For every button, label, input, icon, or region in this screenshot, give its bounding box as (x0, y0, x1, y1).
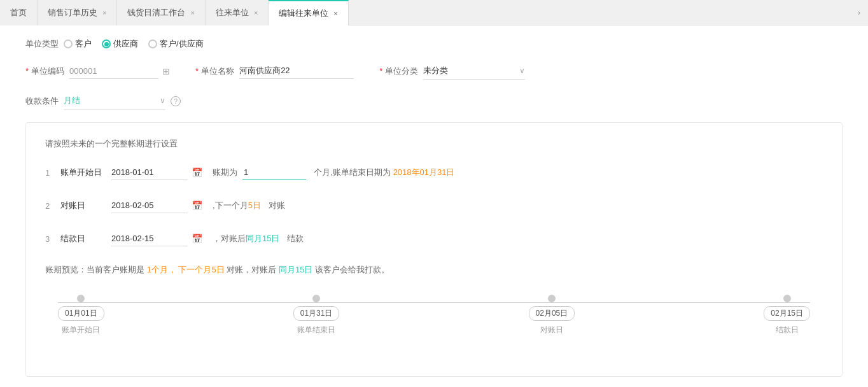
help-icon[interactable]: ? (171, 96, 181, 106)
close-icon[interactable]: × (190, 9, 194, 17)
period-row-1: 1 账单开始日 📅 账期为 个月,账单结束日期为 2018年01月31日 (45, 165, 823, 180)
period-next-month: 5日 (248, 200, 261, 211)
preview-reconcile: 下一个月5日 (178, 265, 224, 274)
radio-circle-supplier (102, 39, 111, 48)
code-label: 单位编码 (31, 66, 64, 77)
timeline-dot-2 (312, 295, 320, 302)
timeline: 01月01日 账单开始日 01月31日 账单结束日 02月05日 对账日 (45, 295, 823, 361)
timeline-dot-1 (77, 295, 85, 302)
payment-label: 收款条件 (25, 95, 59, 107)
period-suffix-1: 账期为 (213, 167, 237, 178)
period-label-1: 账单开始日 (60, 167, 111, 178)
period-date-input-3[interactable] (111, 231, 188, 246)
close-icon[interactable]: × (333, 10, 337, 17)
close-icon[interactable]: × (254, 9, 258, 17)
payment-dropdown[interactable]: 月结 ∨ (64, 92, 165, 109)
radio-supplier[interactable]: 供应商 (102, 38, 138, 50)
unit-type-label: 单位类型 (25, 38, 59, 50)
period-label-2: 对账日 (60, 200, 111, 211)
main-content: 单位类型 客户 供应商 客户/供应商 * 单位编码 ⊞ (0, 25, 868, 387)
calendar-icon-3[interactable]: 📅 (192, 234, 202, 244)
period-date-input-1[interactable] (111, 165, 188, 180)
timeline-badge-3: 02月05日 (529, 306, 575, 321)
close-icon[interactable]: × (102, 9, 106, 17)
timeline-label-4: 结款日 (776, 325, 799, 335)
unit-type-radio-group: 客户 供应商 客户/供应商 (64, 38, 204, 50)
period-end-date: 2018年01月31日 (393, 167, 455, 178)
cat-required: * (379, 66, 382, 76)
preview-section: 账期预览：当前客户账期是 1个月， 下一个月5日 对账，对账后 同月15日 该客… (45, 251, 823, 361)
period-settings-box: 请按照未来的一个完整帐期进行设置 1 账单开始日 📅 账期为 个月,账单结束日期… (25, 122, 843, 377)
radio-circle-customer (64, 39, 73, 48)
tab-arrow[interactable]: › (850, 8, 868, 17)
tab-edit-unit[interactable]: 编辑往来单位 × (269, 0, 348, 25)
tab-home[interactable]: 首页 (0, 0, 38, 25)
cat-label: 单位分类 (385, 66, 418, 77)
radio-customer[interactable]: 客户 (64, 38, 92, 50)
period-row-3: 3 结款日 📅 ，对账后 同月15日 结款 (45, 231, 823, 246)
timeline-point-4: 02月15日 结款日 (764, 295, 810, 335)
period-label-3: 结款日 (60, 233, 111, 244)
preview-text: 账期预览：当前客户账期是 1个月， 下一个月5日 对账，对账后 同月15日 该客… (45, 264, 823, 276)
period-num-2: 2 (45, 201, 60, 211)
chevron-down-icon: ∨ (160, 96, 165, 105)
copy-icon[interactable]: ⊞ (162, 66, 170, 76)
category-value: 未分类 (423, 65, 517, 76)
tab-bar: 首页 销售订单历史 × 钱货日清工作台 × 往来单位 × 编辑往来单位 × › (0, 0, 868, 25)
timeline-point-1: 01月01日 账单开始日 (58, 295, 104, 335)
calendar-icon-1[interactable]: 📅 (192, 167, 202, 178)
timeline-label-3: 对账日 (540, 325, 563, 335)
radio-both[interactable]: 客户/供应商 (148, 38, 204, 50)
name-group: * 单位名称 (195, 64, 354, 79)
name-required: * (195, 66, 199, 76)
period-box-title: 请按照未来的一个完整帐期进行设置 (45, 138, 823, 150)
period-suffix3: 结款 (287, 233, 304, 244)
period-months-label: 个月,账单结束日期为 (314, 167, 391, 178)
timeline-badge-4: 02月15日 (764, 306, 810, 321)
timeline-badge-1: 01月01日 (58, 306, 104, 321)
period-row-2: 2 对账日 📅 ,下一个月5日 对账 (45, 198, 823, 213)
tab-sales-history[interactable]: 销售订单历史 × (38, 0, 117, 25)
tab-related-unit[interactable]: 往来单位 × (206, 0, 269, 25)
preview-payment-date: 同月15日 (279, 265, 312, 274)
preview-months: 1个月， (147, 265, 176, 274)
period-num-1: 1 (45, 168, 60, 178)
period-suffix3-pre: ，对账后 (213, 233, 246, 244)
payment-value: 月结 (64, 95, 160, 106)
timeline-point-2: 01月31日 账单结束日 (293, 295, 340, 335)
payment-row: 收款条件 月结 ∨ ? (25, 92, 843, 109)
radio-circle-both (148, 39, 157, 48)
timeline-dot-4 (783, 295, 791, 302)
timeline-label-1: 账单开始日 (62, 325, 100, 335)
timeline-dot-3 (548, 295, 556, 302)
unit-type-row: 单位类型 客户 供应商 客户/供应商 (25, 38, 843, 50)
tab-cash-work[interactable]: 钱货日清工作台 × (117, 0, 205, 25)
category-dropdown[interactable]: 未分类 ∨ (423, 62, 525, 80)
code-input[interactable] (69, 64, 158, 79)
calendar-icon-2[interactable]: 📅 (192, 201, 202, 211)
name-input[interactable] (239, 64, 354, 79)
category-group: * 单位分类 未分类 ∨ (379, 62, 525, 80)
code-group: * 单位编码 ⊞ (25, 64, 170, 79)
period-months-input[interactable] (242, 165, 306, 180)
period-suffix2: 对账 (269, 200, 285, 211)
code-required: * (25, 66, 29, 76)
period-date-input-2[interactable] (111, 198, 188, 213)
chevron-down-icon: ∨ (519, 66, 525, 75)
period-num-3: 3 (45, 234, 60, 244)
code-name-cat-row: * 单位编码 ⊞ * 单位名称 * 单位分类 未分类 ∨ (25, 62, 843, 80)
period-suffix2-pre: ,下一个月 (213, 200, 248, 211)
period-same-month: 同月15日 (246, 233, 279, 244)
timeline-badge-2: 01月31日 (293, 306, 340, 321)
timeline-label-2: 账单结束日 (297, 325, 335, 335)
radio-dot-supplier (104, 42, 109, 46)
name-label: 单位名称 (201, 66, 234, 77)
timeline-point-3: 02月05日 对账日 (529, 295, 575, 335)
